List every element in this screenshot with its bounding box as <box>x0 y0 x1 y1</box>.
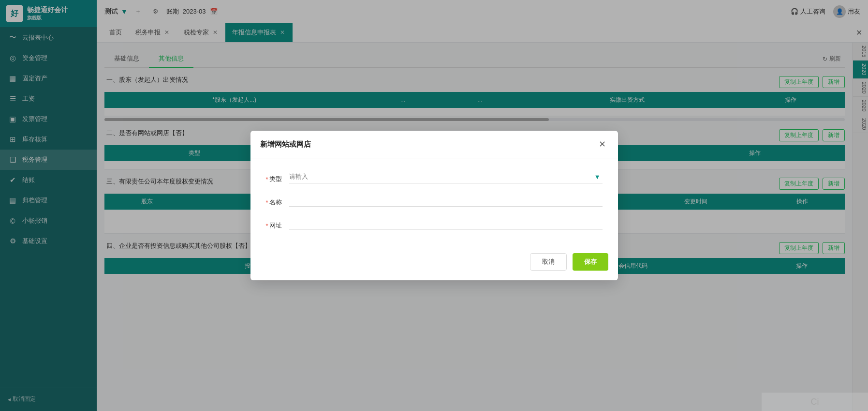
type-field: ▼ <box>289 170 603 183</box>
url-field <box>289 216 603 230</box>
dialog-body: * 类型 ▼ * 名称 <box>250 158 618 247</box>
url-input[interactable] <box>289 216 603 230</box>
dialog-footer: 取消 保存 <box>250 247 618 280</box>
name-input[interactable] <box>289 193 603 207</box>
dialog-add-website: 新增网站或网店 ✕ * 类型 ▼ * <box>250 131 618 280</box>
dialog-overlay: 新增网站或网店 ✕ * 类型 ▼ * <box>0 0 868 411</box>
form-row-type: * 类型 ▼ <box>266 170 603 183</box>
type-label: * 类型 <box>266 175 283 183</box>
required-star2: * <box>266 199 268 206</box>
dialog-title: 新增网站或网店 <box>260 140 311 149</box>
name-label: * 名称 <box>266 198 283 207</box>
type-select-wrapper: ▼ <box>289 170 603 183</box>
required-star3: * <box>266 222 268 229</box>
url-label: * 网址 <box>266 221 283 230</box>
dialog-close-button[interactable]: ✕ <box>597 138 608 150</box>
required-star: * <box>266 176 268 183</box>
cancel-button[interactable]: 取消 <box>530 253 567 271</box>
bottom-watermark: Ci <box>762 393 868 411</box>
form-row-url: * 网址 <box>266 216 603 230</box>
name-field <box>289 193 603 207</box>
form-row-name: * 名称 <box>266 193 603 207</box>
save-button[interactable]: 保存 <box>573 253 608 271</box>
watermark-text: Ci <box>811 397 819 407</box>
type-select[interactable] <box>289 170 603 183</box>
dialog-header: 新增网站或网店 ✕ <box>250 131 618 158</box>
